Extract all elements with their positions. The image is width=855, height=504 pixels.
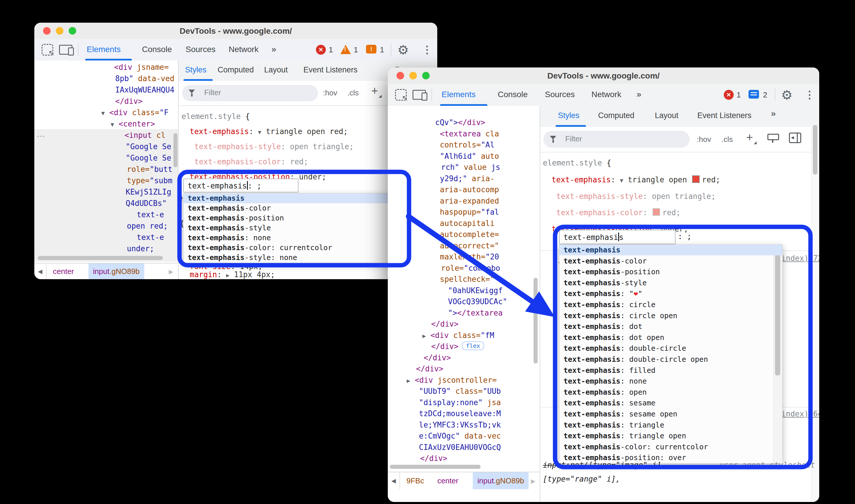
styles-filter-input[interactable] <box>565 134 682 144</box>
dom-node-line[interactable]: 8pb" data-ved <box>115 73 175 84</box>
tab-sources[interactable]: Sources <box>185 45 216 54</box>
stylesheet-source-link[interactable]: (index):64 <box>777 410 819 418</box>
tab-console[interactable]: Console <box>498 90 528 99</box>
vertical-scrollbar-thumb[interactable] <box>534 278 538 363</box>
dom-node-line[interactable]: CIAxUzV0EAHU0VOGcQ <box>419 442 501 453</box>
autocomplete-item[interactable]: text-emphasis: none <box>559 376 782 386</box>
autocomplete-item[interactable]: text-emphasis: dot <box>559 321 782 332</box>
autocomplete-item[interactable]: text-emphasis: "❤" <box>559 288 782 299</box>
dom-node-line[interactable]: ▶ <div jscontroller= <box>407 375 497 386</box>
dom-node-line[interactable]: controls="Al <box>440 139 495 151</box>
tab-elements[interactable]: Elements <box>442 90 476 99</box>
dom-node-line[interactable]: <div jsname= <box>114 62 169 73</box>
dom-node-line[interactable]: autocapitali <box>440 218 495 229</box>
autocomplete-item[interactable]: text-emphasis <box>183 193 405 203</box>
dom-node-line[interactable]: Q4dUDCBs" <box>126 198 167 209</box>
breadcrumb-item[interactable]: center <box>48 264 78 279</box>
autocomplete-item[interactable]: text-emphasis-color <box>183 203 405 213</box>
title-bar[interactable]: DevTools - www.google.com/ <box>388 68 819 84</box>
autocomplete-item[interactable]: text-emphasis-style <box>183 223 405 233</box>
dom-node-line[interactable]: y29d;" aria- <box>440 173 495 184</box>
ua-rule-selector[interactable]: [type="range" i], <box>543 475 620 483</box>
styles-scrollbar-track[interactable] <box>811 127 819 502</box>
dom-node-line[interactable]: "UUbT9" class="UUb <box>419 385 501 397</box>
tab-event-listeners[interactable]: Event Listeners <box>697 111 751 120</box>
dom-node-line[interactable]: ▼ <center> <box>110 119 155 130</box>
breadcrumb-item[interactable]: input.gNO89b <box>473 472 529 489</box>
autocomplete-item[interactable]: text-emphasis: double-circle open <box>559 354 782 365</box>
more-sidebar-tabs-icon[interactable]: » <box>771 108 776 119</box>
toggle-hover-state-button[interactable]: :hov <box>323 88 337 97</box>
autocomplete-item[interactable]: text-emphasis <box>559 245 782 255</box>
css-declaration-longhand[interactable]: text-emphasis-style: open triangle; <box>194 141 354 152</box>
autocomplete-item[interactable]: text-emphasis-style: none <box>183 253 405 263</box>
breadcrumb-forward-icon[interactable]: ▶ <box>169 268 173 275</box>
warning-count-icon[interactable]: ! <box>340 45 351 54</box>
dom-node-line[interactable]: "Alh6id" auto <box>440 151 499 162</box>
ua-rule-selector[interactable]: input:not([type="image" i] <box>543 461 661 469</box>
dom-node-line[interactable]: "Google Se <box>126 152 171 164</box>
toggle-hover-state-button[interactable]: :hov <box>697 135 711 144</box>
dom-node-line[interactable]: spellcheck=" <box>440 274 495 285</box>
autocomplete-item[interactable]: text-emphasis: open <box>559 387 782 398</box>
title-bar[interactable]: DevTools - www.google.com/ <box>34 23 437 39</box>
tab-styles[interactable]: Styles <box>185 66 207 74</box>
dom-node-line[interactable]: under; <box>127 243 154 254</box>
autocomplete-item[interactable]: text-emphasis: circle open <box>559 310 782 321</box>
element-classes-button[interactable]: .cls <box>348 88 359 97</box>
settings-gear-icon[interactable]: ⚙ <box>397 42 409 57</box>
dom-node-line[interactable]: aria-expanded <box>440 195 499 207</box>
dom-node-line[interactable]: </div> <box>115 96 143 107</box>
autocomplete-item[interactable]: text-emphasis: circle <box>559 299 782 310</box>
tab-layout[interactable]: Layout <box>655 111 678 120</box>
rule-selector[interactable]: element.style { <box>181 110 250 122</box>
styles-scrollbar-thumb[interactable] <box>813 125 818 175</box>
autocomplete-item[interactable]: text-emphasis: triangle open <box>559 430 782 441</box>
dom-node-line[interactable]: role="butt <box>127 164 173 175</box>
rule-selector[interactable]: element.style { <box>543 157 611 169</box>
dom-node-line[interactable]: text-e <box>137 209 164 220</box>
autocomplete-item[interactable]: text-emphasis-color: currentcolor <box>559 442 782 452</box>
dom-node-line[interactable]: tzDCd;mouseleave:M <box>419 408 501 419</box>
dom-node-line[interactable]: VOGcQ39UDCAc" <box>448 296 507 307</box>
settings-gear-icon[interactable]: ⚙ <box>781 88 792 102</box>
dom-node-line[interactable]: autocorrect=" <box>440 240 499 252</box>
dom-node-line[interactable]: <input cl <box>125 130 165 141</box>
breadcrumb-item[interactable]: center <box>432 472 463 489</box>
color-swatch[interactable] <box>692 175 700 183</box>
tab-layout[interactable]: Layout <box>264 66 288 74</box>
styles-filter-input[interactable] <box>203 88 313 97</box>
dom-node-line[interactable]: open red; <box>127 220 168 232</box>
css-declaration-longhand[interactable]: text-emphasis-color: red; <box>556 207 680 218</box>
dom-node-line[interactable]: aria-autocomp <box>440 184 499 195</box>
dom-node-line[interactable]: le;YMFC3:VKssTb;vk <box>419 419 501 431</box>
dom-node-line[interactable]: "display:none" jsa <box>419 397 501 408</box>
dom-node-line[interactable]: </div> <box>431 319 459 330</box>
dom-node-line[interactable]: "Google Se <box>126 141 171 152</box>
dom-node-line[interactable]: e:CmVOgc" data-vec <box>419 430 501 442</box>
autocomplete-item[interactable]: text-emphasis: sesame open <box>559 409 782 419</box>
autocomplete-item[interactable]: text-emphasis: double-circle <box>559 343 782 354</box>
horizontal-scrollbar-thumb[interactable] <box>38 256 163 260</box>
dom-node-line[interactable]: </div> <box>424 352 451 363</box>
horizontal-scrollbar-thumb[interactable] <box>390 465 481 469</box>
more-options-icon[interactable]: ⋮ <box>422 43 432 56</box>
dom-node-line[interactable]: haspopup="fal <box>440 206 499 218</box>
more-options-icon[interactable]: ⋮ <box>804 89 815 101</box>
breadcrumb-item[interactable]: 9FBc <box>402 472 429 489</box>
property-editor-input[interactable]: text-emphasis <box>559 230 676 244</box>
tab-network[interactable]: Network <box>229 45 259 54</box>
messages-icon[interactable] <box>749 90 759 98</box>
breadcrumb-back-icon[interactable]: ◀ <box>34 264 47 279</box>
new-style-rule-button[interactable]: + <box>371 84 378 97</box>
dom-node-line[interactable]: maxlength="20 <box>440 251 499 263</box>
rendering-emulation-icon[interactable] <box>767 134 779 140</box>
more-tabs-icon[interactable]: » <box>271 44 277 54</box>
dom-node-line[interactable]: role="combobo <box>441 263 500 274</box>
vertical-scrollbar-thumb[interactable] <box>173 133 177 167</box>
flex-badge[interactable]: flex <box>462 341 484 350</box>
dom-node-line[interactable]: text-e <box>137 232 164 243</box>
dom-node-line[interactable]: ▶ <div class="fM <box>423 330 494 341</box>
tab-computed[interactable]: Computed <box>218 66 254 74</box>
autocomplete-item[interactable]: text-emphasis: none <box>183 233 405 243</box>
